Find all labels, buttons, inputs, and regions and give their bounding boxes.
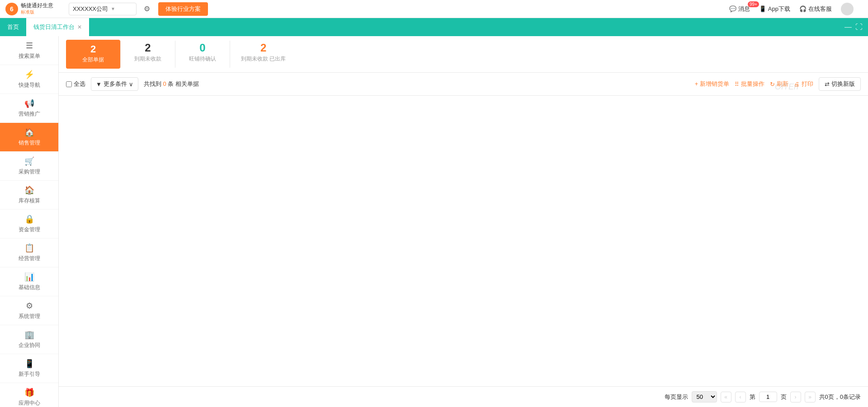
add-sales-order-button[interactable]: + 新增销货单 <box>695 80 729 88</box>
next-page-button[interactable]: › <box>790 392 801 402</box>
marketing-icon: 📢 <box>24 98 34 108</box>
logo-area: 6 畅捷通好生意 标准版 <box>5 2 64 16</box>
page-word: 页 <box>781 393 787 401</box>
content-area: 2 全部单据 2 到期未收款 0 旺铺待确认 2 到期未收款 已出库 <box>59 36 868 407</box>
home-tab-label: 首页 <box>7 23 19 31</box>
operation-icon: 📋 <box>24 243 34 253</box>
sidebar-item-enterprise[interactable]: 🏢 企业协同 <box>0 325 58 354</box>
table-area <box>59 96 868 386</box>
sidebar: ☰ 搜索菜单 ⚡ 快捷导航 📢 营销推广 🏠 销售管理 🛒 采购管理 🏠 库存核… <box>0 36 59 407</box>
company-selector[interactable]: XXXXXX公司 ▼ <box>69 3 137 15</box>
funds-icon: 🔒 <box>24 214 34 224</box>
sidebar-label-search: 搜索菜单 <box>19 52 40 60</box>
tab-bar-actions: — ⛶ <box>844 18 868 36</box>
sidebar-item-inventory[interactable]: 🏠 库存核算 <box>0 181 58 210</box>
settings-button[interactable]: ⚙ <box>140 2 154 16</box>
sidebar-item-quicknav[interactable]: ⚡ 快捷导航 <box>0 65 58 94</box>
sidebar-item-funds[interactable]: 🔒 资金管理 <box>0 210 58 239</box>
tab-workbench[interactable]: 钱货日清工作台 ✕ <box>26 18 89 36</box>
stat-overdue-label: 到期未收款 <box>134 55 161 63</box>
top-bar: 6 畅捷通好生意 标准版 XXXXXX公司 ▼ ⚙ 体验行业方案 💬 消息 99… <box>0 0 868 18</box>
app-download-button[interactable]: 📱 App下载 <box>759 5 790 13</box>
stat-tab-all[interactable]: 2 全部单据 <box>66 40 120 69</box>
tab-bar: 首页 钱货日清工作台 ✕ — ⛶ <box>0 18 868 36</box>
switch-label: 切换新版 <box>831 80 855 88</box>
sidebar-label-system: 系统管理 <box>19 313 40 320</box>
guide-icon: 📱 <box>24 359 34 369</box>
sidebar-label-funds: 资金管理 <box>19 226 40 234</box>
sidebar-label-marketing: 营销推广 <box>19 110 40 118</box>
page-size-select[interactable]: 50 100 200 <box>692 391 717 402</box>
sidebar-label-operation: 经营管理 <box>19 255 40 262</box>
page-input[interactable] <box>759 392 777 402</box>
tab-maximize-icon[interactable]: ⛶ <box>855 23 863 31</box>
sidebar-item-system[interactable]: ⚙ 系统管理 <box>0 296 58 325</box>
workbench-tab-label: 钱货日清工作台 <box>33 23 75 31</box>
app-label: App下载 <box>768 5 790 13</box>
inventory-icon: 🏠 <box>24 185 34 195</box>
sidebar-label-basic: 基础信息 <box>19 284 40 291</box>
empty-state <box>59 96 868 386</box>
all-checkbox-input[interactable] <box>66 81 72 87</box>
sidebar-label-enterprise: 企业协同 <box>19 342 40 349</box>
purchase-icon: 🛒 <box>24 156 34 166</box>
basic-icon: 📊 <box>24 272 34 282</box>
page-word-pre: 第 <box>750 393 755 401</box>
sidebar-item-apps[interactable]: 🎁 应用中心 <box>0 383 58 407</box>
message-icon: 💬 <box>729 5 736 12</box>
sidebar-item-guide[interactable]: 📱 新手引导 <box>0 354 58 383</box>
tab-close-icon[interactable]: ✕ <box>77 24 82 30</box>
filter-button[interactable]: ▼ 更多条件 ∨ <box>91 77 138 91</box>
found-info: 共找到 0 条 相关单据 <box>144 80 199 88</box>
experience-btn[interactable]: 体验行业方案 <box>158 2 208 16</box>
sales-icon: 🏠 <box>24 127 34 137</box>
avatar[interactable] <box>841 3 854 15</box>
apps-icon: 🎁 <box>24 388 34 398</box>
logo-badge: 标准版 <box>21 9 53 15</box>
filter-label: 更多条件 <box>104 80 127 88</box>
sidebar-label-guide: 新手引导 <box>19 370 40 378</box>
sidebar-label-quicknav: 快捷导航 <box>19 81 40 89</box>
select-all-checkbox[interactable]: 全选 <box>66 80 85 88</box>
stat-tab-pending[interactable]: 0 旺铺待确认 <box>175 36 230 72</box>
prev-page-button[interactable]: ‹ <box>735 392 746 402</box>
sidebar-item-purchase[interactable]: 🛒 采购管理 <box>0 152 58 181</box>
first-page-button[interactable]: « <box>721 392 731 402</box>
sidebar-label-apps: 应用中心 <box>19 399 40 407</box>
batch-icon: ⠿ <box>735 81 739 88</box>
filter-chevron-icon: ∨ <box>129 81 133 88</box>
last-page-button[interactable]: » <box>805 392 816 402</box>
sidebar-label-inventory: 库存核算 <box>19 197 40 205</box>
sidebar-item-search[interactable]: ☰ 搜索菜单 <box>0 36 58 65</box>
page-size-label: 每页显示 <box>665 393 688 401</box>
sidebar-item-sales[interactable]: 🏠 销售管理 <box>0 123 58 152</box>
sidebar-item-basic[interactable]: 📊 基础信息 <box>0 267 58 296</box>
company-name: XXXXXX公司 <box>73 5 108 13</box>
stat-outstock-num: 2 <box>260 42 266 54</box>
message-button[interactable]: 💬 消息 99+ <box>729 5 750 13</box>
sidebar-item-operation[interactable]: 📋 经营管理 <box>0 239 58 267</box>
toolbar: 全选 ▼ 更多条件 ∨ 共找到 0 条 相关单据 + 新增销货单 ⠿ 批量操作 <box>59 73 868 96</box>
enterprise-icon: 🏢 <box>24 330 34 340</box>
stat-overdue-num: 2 <box>145 42 151 54</box>
batch-operation-button[interactable]: ⠿ 批量操作 <box>735 80 764 88</box>
sidebar-label-purchase: 采购管理 <box>19 168 40 176</box>
stat-tab-outstock[interactable]: 2 到期未收款 已出库 <box>230 36 297 72</box>
print-label: 打印 <box>802 80 813 88</box>
sidebar-item-marketing[interactable]: 📢 营销推广 <box>0 94 58 123</box>
pagination: 每页显示 50 100 200 « ‹ 第 页 › » 共0页，0条记录 <box>59 386 868 407</box>
tab-home[interactable]: 首页 <box>0 18 26 36</box>
main-layout: ☰ 搜索菜单 ⚡ 快捷导航 📢 营销推广 🏠 销售管理 🛒 采购管理 🏠 库存核… <box>0 36 868 407</box>
tab-minimize-icon[interactable]: — <box>844 23 852 31</box>
switch-icon: ⇄ <box>825 81 830 88</box>
logo-text: 畅捷通好生意 <box>21 2 53 9</box>
stats-tabs: 2 全部单据 2 到期未收款 0 旺铺待确认 2 到期未收款 已出库 <box>59 36 868 73</box>
add-icon: + 新增销货单 <box>695 80 729 88</box>
refresh-icon: ↻ <box>770 81 775 88</box>
app-icon: 📱 <box>759 5 766 12</box>
online-service-button[interactable]: 🎧 在线客服 <box>799 5 832 13</box>
switch-version-button[interactable]: ⇄ 切换新版 <box>819 77 861 91</box>
quicknav-icon: ⚡ <box>24 70 34 80</box>
message-badge: 99+ <box>748 1 759 7</box>
stat-tab-overdue[interactable]: 2 到期未收款 <box>121 36 175 72</box>
